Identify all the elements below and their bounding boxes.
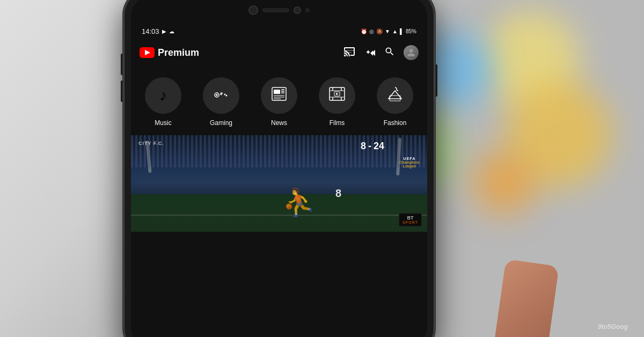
- crowd-overlay: [131, 178, 427, 232]
- alarm-icon: ⏰: [361, 28, 367, 34]
- front-camera-right: [294, 6, 301, 14]
- sensor-dot: [305, 8, 310, 12]
- app-toolbar: Premium: [131, 39, 427, 67]
- volume-down-button[interactable]: [121, 80, 123, 102]
- status-time-area: 14:03 ▶ ☁: [142, 27, 174, 35]
- gaming-circle: [203, 77, 239, 114]
- hand-holding-phone: [494, 259, 559, 337]
- power-button[interactable]: [435, 64, 437, 97]
- score-separator: -: [368, 141, 371, 152]
- signal-icon: ▲: [392, 28, 398, 34]
- films-label: Films: [330, 119, 345, 127]
- status-bar: 14:03 ▶ ☁ ⏰ ◎ 🔕 ▼ ▲ ▌ 85%: [131, 24, 427, 39]
- champions-text: Champions: [399, 160, 420, 164]
- svg-point-1: [224, 93, 226, 95]
- fashion-label: Fashion: [384, 119, 407, 127]
- score-display: 8 - 24: [361, 141, 384, 152]
- music-label: Music: [155, 119, 171, 127]
- svg-point-2: [226, 94, 228, 96]
- earpiece-speaker: [262, 8, 289, 12]
- music-circle: ♪: [145, 77, 181, 114]
- score-right: 24: [374, 141, 384, 152]
- category-news[interactable]: News: [252, 77, 306, 127]
- app-title: Premium: [158, 47, 199, 58]
- youtube-logo: Premium: [140, 47, 199, 58]
- gaming-icon: [213, 87, 230, 104]
- site-watermark: 9to5Goog: [598, 323, 628, 331]
- uefa-text: UEFA: [404, 157, 416, 160]
- video-image: ⛹ 8 8 - 24 CITY F.C.: [131, 135, 427, 232]
- svg-rect-19: [390, 96, 400, 101]
- mute-icon: 🔕: [376, 28, 383, 34]
- phone-screen: 14:03 ▶ ☁ ⏰ ◎ 🔕 ▼ ▲ ▌ 85% Prem: [131, 0, 427, 337]
- youtube-icon: [140, 47, 155, 58]
- gaming-label: Gaming: [210, 119, 232, 127]
- battery-icon: ▌: [400, 28, 404, 34]
- toolbar-actions: [343, 45, 419, 60]
- video-thumbnail[interactable]: ⛹ 8 8 - 24 CITY F.C.: [131, 135, 427, 232]
- phone-device: 14:03 ▶ ☁ ⏰ ◎ 🔕 ▼ ▲ ▌ 85% Prem: [123, 0, 435, 337]
- team-left-label: CITY F.C.: [138, 141, 164, 146]
- news-circle: [261, 77, 297, 114]
- news-icon: [271, 86, 287, 105]
- notch-area: [131, 0, 427, 24]
- cloud-icon: ☁: [169, 28, 174, 34]
- location-icon: ◎: [369, 28, 374, 34]
- category-row: ♪ Music: [131, 67, 427, 135]
- phone-body: 14:03 ▶ ☁ ⏰ ◎ 🔕 ▼ ▲ ▌ 85% Prem: [123, 0, 435, 337]
- media-icon: ▶: [162, 28, 166, 34]
- battery-percent: 85%: [406, 28, 416, 34]
- user-avatar[interactable]: [404, 45, 419, 60]
- search-button[interactable]: [384, 46, 395, 60]
- category-fashion[interactable]: Fashion: [368, 77, 422, 127]
- sensor-cluster: [248, 5, 310, 15]
- films-icon: [329, 87, 345, 105]
- front-camera-left: [248, 5, 258, 15]
- films-circle: [319, 77, 355, 114]
- cast-button[interactable]: [343, 47, 355, 59]
- bokeh-decoration-5: [472, 150, 537, 215]
- category-films[interactable]: Films: [310, 77, 364, 127]
- category-gaming[interactable]: Gaming: [194, 77, 248, 127]
- champions-league-badge: UEFA Champions League: [399, 157, 420, 168]
- add-video-button[interactable]: [364, 47, 376, 59]
- status-right-icons: ⏰ ◎ 🔕 ▼ ▲ ▌ 85%: [361, 28, 416, 34]
- fashion-icon: [387, 86, 402, 106]
- music-icon: ♪: [159, 87, 167, 104]
- wifi-icon: ▼: [385, 28, 390, 34]
- status-time: 14:03: [142, 27, 159, 35]
- fashion-circle: [377, 77, 413, 114]
- category-music[interactable]: ♪ Music: [136, 77, 190, 127]
- volume-up-button[interactable]: [121, 54, 123, 75]
- score-left: 8: [361, 141, 366, 152]
- svg-rect-4: [274, 90, 280, 94]
- news-label: News: [271, 119, 287, 127]
- league-text: League: [403, 164, 416, 168]
